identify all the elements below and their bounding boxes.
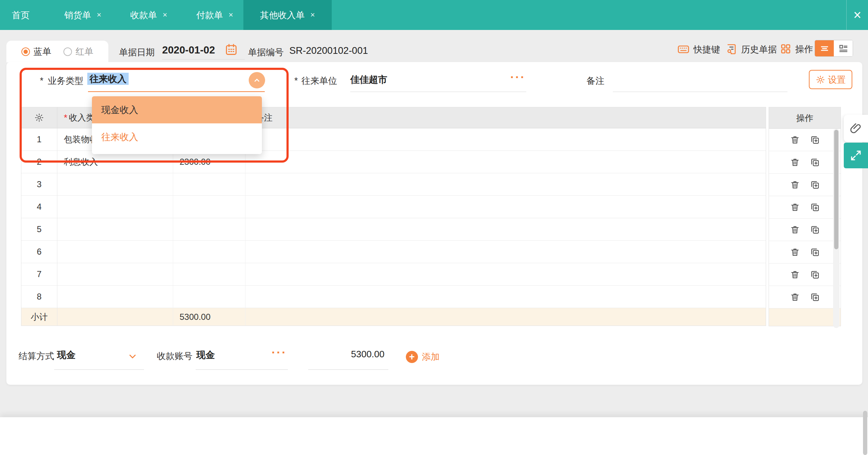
amount-cell[interactable]: [173, 218, 246, 241]
shortcut-keys-button[interactable]: 快捷键: [677, 43, 720, 56]
detail-view-button[interactable]: [834, 40, 853, 56]
page-scrollbar-thumb[interactable]: [863, 411, 867, 455]
note-cell[interactable]: [246, 128, 766, 151]
gear-icon: [816, 75, 825, 85]
copy-row-icon[interactable]: [810, 202, 820, 212]
window-close-button[interactable]: ×: [846, 0, 868, 30]
delete-row-icon[interactable]: [790, 202, 800, 212]
note-cell[interactable]: [246, 218, 766, 241]
note-cell[interactable]: [246, 173, 766, 196]
amount-cell[interactable]: 2300.00: [173, 151, 246, 173]
copy-row-icon[interactable]: [810, 247, 820, 257]
date-label: 单据日期: [119, 46, 155, 58]
subtotal-actions-cell: [769, 308, 841, 326]
amount-cell[interactable]: [173, 263, 246, 286]
partner-input[interactable]: 佳佳超市: [350, 73, 387, 86]
note-cell[interactable]: [246, 241, 766, 263]
note-label: 备注: [587, 75, 604, 87]
calendar-icon[interactable]: [224, 43, 238, 56]
payment-amount-underline: [308, 369, 388, 370]
tab-receipt[interactable]: 收款单 ×: [119, 0, 178, 30]
partner-label: 往来单位: [301, 75, 337, 87]
keyboard-icon: [677, 43, 690, 56]
gear-icon: [34, 113, 44, 123]
delete-row-icon[interactable]: [790, 180, 800, 190]
copy-row-icon[interactable]: [810, 270, 820, 280]
delete-row-icon[interactable]: [790, 292, 800, 302]
copy-row-icon[interactable]: [810, 157, 820, 167]
income-type-cell[interactable]: [57, 263, 173, 286]
settings-label: 设置: [828, 74, 846, 86]
copy-row-icon[interactable]: [810, 292, 820, 302]
row-number: 6: [21, 241, 57, 263]
settle-method-label: 结算方式: [19, 350, 54, 362]
partner-lookup-ellipsis[interactable]: ···: [510, 73, 526, 81]
delete-row-icon[interactable]: [790, 157, 800, 167]
income-type-cell[interactable]: [57, 286, 173, 308]
attachment-button[interactable]: [844, 115, 868, 142]
amount-cell[interactable]: [173, 173, 246, 196]
copy-row-icon[interactable]: [810, 135, 820, 145]
account-value[interactable]: 现金: [196, 349, 215, 361]
delete-row-icon[interactable]: [790, 270, 800, 280]
delete-row-icon[interactable]: [790, 225, 800, 235]
tab-close-icon[interactable]: ×: [163, 10, 167, 20]
income-type-cell[interactable]: [57, 218, 173, 241]
column-settings-cell[interactable]: [21, 107, 57, 128]
note-cell[interactable]: [246, 196, 766, 218]
amount-cell[interactable]: [173, 286, 246, 308]
tab-close-icon[interactable]: ×: [310, 10, 315, 20]
tab-payment[interactable]: 付款单 ×: [185, 0, 244, 30]
blue-receipt-radio[interactable]: 蓝单: [21, 46, 51, 57]
table-scrollbar-thumb[interactable]: [834, 130, 838, 249]
tab-close-icon[interactable]: ×: [97, 10, 102, 20]
red-receipt-radio[interactable]: 红单: [63, 46, 93, 57]
dropdown-collapse-button[interactable]: [249, 72, 265, 88]
note-cell[interactable]: [246, 286, 766, 308]
history-docs-button[interactable]: 历史单据: [725, 43, 777, 56]
selected-text: 往来收入: [87, 73, 129, 85]
payment-amount-input[interactable]: 5300.00: [308, 349, 384, 360]
income-type-cell[interactable]: [57, 241, 173, 263]
business-type-label: 业务类型: [48, 75, 83, 87]
copy-row-icon[interactable]: [810, 180, 820, 190]
tab-other-income-active[interactable]: 其他收入单 ×: [243, 0, 332, 30]
income-type-cell[interactable]: [57, 173, 173, 196]
chevron-down-icon[interactable]: [127, 351, 138, 362]
date-underline: [162, 59, 245, 60]
close-icon: ×: [853, 7, 861, 23]
delete-row-icon[interactable]: [790, 247, 800, 257]
row-number: 8: [21, 286, 57, 308]
list-view-button[interactable]: [815, 40, 834, 56]
view-mode-toggle: [815, 40, 853, 57]
row-actions: [769, 219, 841, 241]
income-type-cell[interactable]: 利息收入: [57, 151, 173, 173]
expand-icon: [849, 149, 862, 162]
note-cell[interactable]: [246, 263, 766, 286]
tab-close-icon[interactable]: ×: [229, 10, 233, 20]
row-number: 1: [21, 128, 57, 151]
col-header-actions: 操作: [769, 107, 841, 129]
date-value[interactable]: 2020-01-02: [162, 44, 215, 56]
dropdown-option-cash-income[interactable]: 现金收入: [92, 96, 262, 123]
note-cell[interactable]: [246, 151, 766, 173]
row-number: 2: [21, 151, 57, 173]
amount-cell[interactable]: [173, 241, 246, 263]
copy-row-icon[interactable]: [810, 225, 820, 235]
business-type-input[interactable]: 往来收入: [87, 73, 129, 85]
tab-home[interactable]: 首页: [0, 0, 41, 30]
add-payment-line-button[interactable]: +: [406, 351, 418, 363]
amount-cell[interactable]: [173, 196, 246, 218]
row-actions: [769, 241, 841, 264]
income-type-cell[interactable]: [57, 196, 173, 218]
account-lookup-ellipsis[interactable]: ···: [272, 349, 287, 356]
operations-button[interactable]: 操作: [780, 43, 813, 55]
delete-row-icon[interactable]: [790, 135, 800, 145]
add-payment-line-label[interactable]: 添加: [422, 351, 440, 363]
dropdown-option-current-income[interactable]: 往来收入: [92, 123, 262, 150]
note-input-underline[interactable]: [613, 92, 787, 92]
fullscreen-expand-button[interactable]: [844, 143, 868, 168]
tab-sales-order[interactable]: 销货单 ×: [53, 0, 112, 30]
settle-method-value[interactable]: 现金: [57, 349, 76, 361]
settings-button[interactable]: 设置: [809, 70, 852, 89]
